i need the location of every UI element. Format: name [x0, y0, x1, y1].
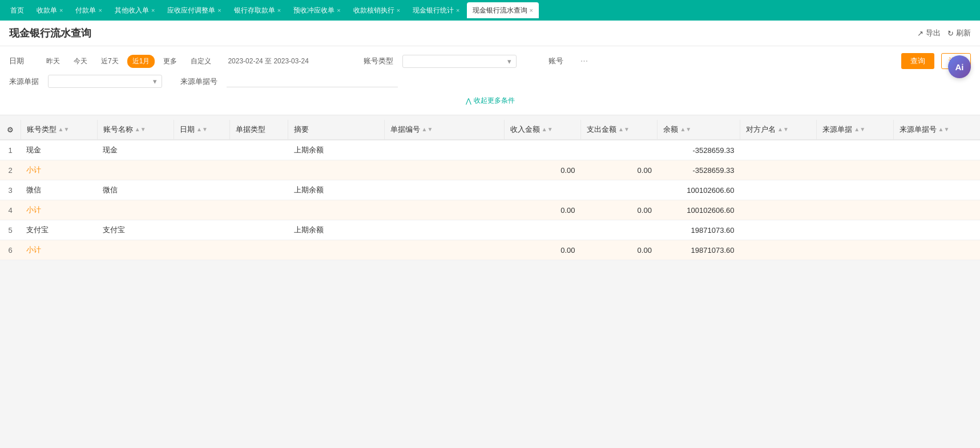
th-income-label: 收入金额: [510, 124, 540, 135]
cell-account-type-2: 微信: [21, 180, 97, 200]
nav-tab-cash-stats[interactable]: 现金银行统计 ×: [407, 2, 465, 18]
th-doc-type[interactable]: 单据类型: [229, 120, 288, 140]
th-summary[interactable]: 摘要: [288, 120, 384, 140]
cell-doc-no-5: [384, 240, 504, 260]
nav-tab-bank-deposit-close[interactable]: ×: [277, 7, 281, 14]
cell-doc-type-0: [229, 140, 288, 160]
cell-counterpart-3: [740, 200, 816, 220]
cell-income-2: [504, 180, 580, 200]
cell-source-doc-4: [817, 220, 893, 240]
table-row[interactable]: 4 小计 0.00 0.00 100102606.60: [0, 200, 980, 220]
sort-icon-date: ▲▼: [196, 127, 208, 132]
th-settings[interactable]: ⚙: [0, 120, 21, 140]
export-icon: ↗: [917, 29, 923, 38]
data-table: ⚙ 账号类型 ▲▼ 账号名称 ▲▼ 日期: [0, 120, 980, 260]
collapse-chevron-icon: ⋀: [466, 97, 471, 105]
date-btn-1month[interactable]: 近1月: [127, 55, 155, 68]
th-balance[interactable]: 余额 ▲▼: [658, 120, 740, 140]
date-btn-7days[interactable]: 近7天: [96, 55, 124, 68]
cell-counterpart-2: [740, 180, 816, 200]
th-source-doc[interactable]: 来源单据 ▲▼: [817, 120, 893, 140]
nav-tab-collection-exec-label: 收款核销执行: [353, 6, 394, 15]
cell-balance-4: 19871073.60: [658, 220, 740, 240]
cell-source-doc-no-5: [893, 240, 980, 260]
nav-tab-pre-receipt-close[interactable]: ×: [337, 7, 340, 14]
nav-tab-ar-ap-adjust[interactable]: 应收应付调整单 ×: [162, 2, 227, 18]
table-settings-gear-icon[interactable]: ⚙: [7, 126, 14, 134]
th-date-label: 日期: [180, 124, 195, 135]
table-header: ⚙ 账号类型 ▲▼ 账号名称 ▲▼ 日期: [0, 120, 980, 140]
cell-doc-no-1: [384, 160, 504, 180]
date-btn-custom[interactable]: 自定义: [185, 55, 216, 68]
cell-summary-3: [288, 200, 384, 220]
th-income[interactable]: 收入金额 ▲▼: [504, 120, 580, 140]
cell-source-doc-1: [817, 160, 893, 180]
nav-tab-payment[interactable]: 付款单 ×: [70, 2, 107, 18]
cell-counterpart-1: [740, 160, 816, 180]
cell-income-4: [504, 220, 580, 240]
refresh-button[interactable]: ↻ 刷新: [947, 28, 971, 38]
nav-tab-pre-receipt[interactable]: 预收冲应收单 ×: [288, 2, 346, 18]
nav-tab-cash-flow-close[interactable]: ×: [530, 7, 533, 14]
th-account-name[interactable]: 账号名称 ▲▼: [97, 120, 174, 140]
nav-tab-ar-ap-adjust-close[interactable]: ×: [217, 7, 221, 14]
table-row[interactable]: 6 小计 0.00 0.00 19871073.60: [0, 240, 980, 260]
th-date[interactable]: 日期 ▲▼: [174, 120, 230, 140]
th-expense[interactable]: 支出金额 ▲▼: [581, 120, 658, 140]
cell-expense-1: 0.00: [581, 160, 658, 180]
account-no-more-icon[interactable]: ···: [580, 56, 588, 66]
source-doc-no-label: 来源单据号: [180, 76, 217, 87]
nav-tab-receipt[interactable]: 收款单 ×: [31, 2, 68, 18]
table-row[interactable]: 3 微信 微信 上期余额 100102606.60: [0, 180, 980, 200]
cell-doc-no-4: [384, 220, 504, 240]
table-row[interactable]: 5 支付宝 支付宝 上期余额 19871073.60: [0, 220, 980, 240]
nav-tab-cash-flow[interactable]: 现金银行流水查询 ×: [467, 2, 539, 18]
th-source-doc-no[interactable]: 来源单据号 ▲▼: [893, 120, 980, 140]
nav-tab-receipt-close[interactable]: ×: [59, 7, 63, 14]
account-type-select[interactable]: ▾: [402, 55, 517, 68]
nav-tab-cash-stats-close[interactable]: ×: [456, 7, 459, 14]
nav-tab-bank-deposit-label: 银行存取款单: [234, 6, 275, 15]
filter-row-2: 来源单据 ▾ 来源单据号: [9, 75, 971, 88]
sort-icon-balance: ▲▼: [680, 127, 691, 132]
nav-tab-other-income[interactable]: 其他收入单 ×: [109, 2, 160, 18]
cell-account-name-2: 微信: [97, 180, 174, 200]
nav-tab-collection-exec-close[interactable]: ×: [397, 7, 400, 14]
date-btn-yesterday[interactable]: 昨天: [41, 55, 65, 68]
cell-income-0: [504, 140, 580, 160]
nav-tab-home[interactable]: 首页: [5, 2, 30, 18]
th-doc-no[interactable]: 单据编号 ▲▼: [384, 120, 504, 140]
collapse-conditions-bar[interactable]: ⋀ 收起更多条件: [9, 94, 971, 108]
top-navigation: 首页 收款单 × 付款单 × 其他收入单 × 应收应付调整单 × 银行存取款单 …: [0, 0, 980, 21]
date-btn-today[interactable]: 今天: [68, 55, 92, 68]
cell-account-name-4: 支付宝: [97, 220, 174, 240]
sort-icon-counterpart: ▲▼: [777, 127, 789, 132]
source-doc-select[interactable]: ▾: [48, 75, 162, 88]
th-account-type[interactable]: 账号类型 ▲▼: [21, 120, 97, 140]
table-row[interactable]: 2 小计 0.00 0.00 -3528659.33: [0, 160, 980, 180]
cell-index-0: 1: [0, 140, 21, 160]
sort-icon-source-doc-no: ▲▼: [938, 127, 950, 132]
ai-assistant-button[interactable]: Ai: [948, 55, 971, 78]
th-account-type-label: 账号类型: [27, 124, 57, 135]
date-btn-more[interactable]: 更多: [158, 55, 182, 68]
table-row[interactable]: 1 现金 现金 上期余额 -3528659.33: [0, 140, 980, 160]
nav-tab-payment-close[interactable]: ×: [98, 7, 102, 14]
nav-tab-other-income-close[interactable]: ×: [151, 7, 155, 14]
data-table-container: ⚙ 账号类型 ▲▼ 账号名称 ▲▼ 日期: [0, 120, 980, 260]
query-button[interactable]: 查询: [901, 53, 934, 69]
th-counterpart[interactable]: 对方户名 ▲▼: [740, 120, 816, 140]
nav-tab-bank-deposit[interactable]: 银行存取款单 ×: [228, 2, 287, 18]
nav-tab-collection-exec[interactable]: 收款核销执行 ×: [348, 2, 406, 18]
filter-row-1: 日期 昨天 今天 近7天 近1月 更多 自定义 2023-02-24 至 202…: [9, 53, 971, 69]
th-balance-label: 余额: [663, 124, 678, 135]
cell-account-name-5: [97, 240, 174, 260]
cell-summary-2: 上期余额: [288, 180, 384, 200]
source-doc-no-input[interactable]: [227, 76, 398, 87]
cell-income-3: 0.00: [504, 200, 580, 220]
account-type-dropdown-icon: ▾: [507, 57, 511, 66]
nav-tab-ar-ap-adjust-label: 应收应付调整单: [167, 6, 215, 15]
nav-tab-home-label: 首页: [10, 6, 24, 15]
cell-doc-type-4: [229, 220, 288, 240]
export-button[interactable]: ↗ 导出: [917, 28, 941, 38]
